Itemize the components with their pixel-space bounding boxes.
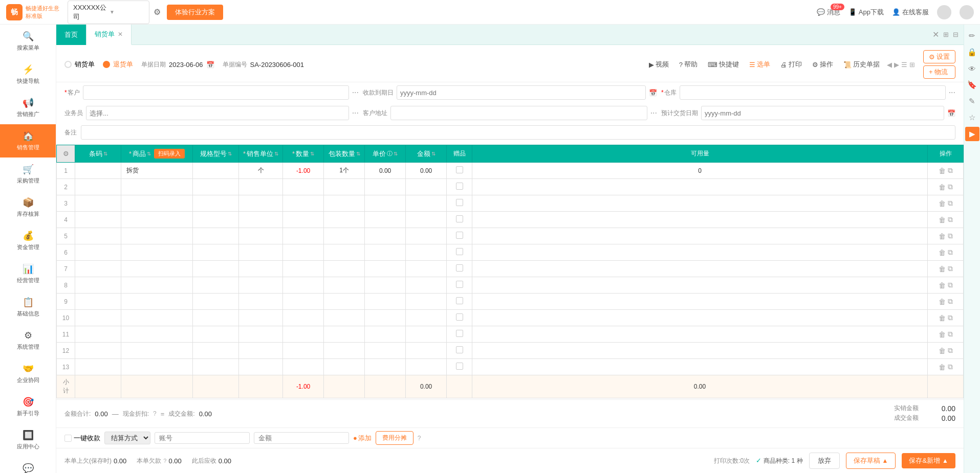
row-product[interactable] xyxy=(121,294,193,310)
row-price[interactable] xyxy=(365,326,406,343)
delete-row-icon[interactable]: 🗑 xyxy=(939,298,946,306)
rp-edit-icon[interactable]: ✏ xyxy=(965,29,979,43)
row-product[interactable] xyxy=(121,212,193,228)
row-barcode[interactable] xyxy=(75,228,121,244)
row-product[interactable] xyxy=(121,244,193,261)
row-price[interactable] xyxy=(365,179,406,195)
copy-row-icon[interactable]: ⧉ xyxy=(948,183,953,191)
copy-row-icon[interactable]: ⧉ xyxy=(948,166,953,175)
row-gift[interactable] xyxy=(447,294,472,310)
warehouse-dots-icon[interactable]: ··· xyxy=(949,88,955,97)
row-price[interactable] xyxy=(365,261,406,277)
qty-sort-icon[interactable]: ⇅ xyxy=(310,151,314,156)
radio-sale-circle[interactable] xyxy=(64,61,72,68)
row-price[interactable] xyxy=(365,359,406,375)
row-amount[interactable] xyxy=(406,244,447,261)
delete-row-icon[interactable]: 🗑 xyxy=(939,347,946,355)
row-pack-qty[interactable] xyxy=(324,195,365,212)
rp-lock-icon[interactable]: 🔒 xyxy=(965,45,979,59)
row-unit[interactable] xyxy=(239,195,283,212)
row-unit[interactable] xyxy=(239,179,283,195)
notes-input[interactable] xyxy=(81,125,955,140)
row-spec[interactable] xyxy=(193,228,239,244)
customer-addr-input[interactable] xyxy=(390,106,647,120)
row-pack-qty[interactable] xyxy=(324,228,365,244)
row-spec[interactable] xyxy=(193,343,239,359)
salesperson-input[interactable] xyxy=(86,106,349,120)
row-amount[interactable] xyxy=(406,359,447,375)
copy-row-icon[interactable]: ⧉ xyxy=(948,199,953,208)
row-unit[interactable] xyxy=(239,343,283,359)
row-barcode[interactable] xyxy=(75,163,121,179)
account-input[interactable] xyxy=(155,432,250,444)
row-price[interactable] xyxy=(365,343,406,359)
row-unit[interactable] xyxy=(239,261,283,277)
delete-row-icon[interactable]: 🗑 xyxy=(939,232,946,240)
row-gift[interactable] xyxy=(447,326,472,343)
salesperson-dots-icon[interactable]: ··· xyxy=(352,108,359,118)
row-product[interactable] xyxy=(121,310,193,326)
shortcut-btn[interactable]: ⌨ 快捷键 xyxy=(705,59,742,70)
sidebar-item-collab[interactable]: 🤝 企业协同 xyxy=(0,357,56,390)
sidebar-item-finance[interactable]: 💰 资金管理 xyxy=(0,224,56,257)
row-unit[interactable] xyxy=(239,359,283,375)
grid-view-icon[interactable]: ⊞ xyxy=(909,61,915,69)
date-value[interactable]: 2023-06-06 xyxy=(169,61,203,69)
tab-layout-icon[interactable]: ⊞ xyxy=(943,31,949,38)
delete-row-icon[interactable]: 🗑 xyxy=(939,216,946,224)
gift-checkbox[interactable] xyxy=(456,232,463,239)
row-price[interactable] xyxy=(365,195,406,212)
delete-row-icon[interactable]: 🗑 xyxy=(939,167,946,175)
row-pack-qty[interactable]: 1个 xyxy=(324,163,365,179)
copy-row-icon[interactable]: ⧉ xyxy=(948,313,953,322)
discard-button[interactable]: 放弃 xyxy=(809,453,840,469)
list-view-icon[interactable]: ☰ xyxy=(901,61,907,69)
gift-checkbox[interactable] xyxy=(456,281,463,288)
copy-row-icon[interactable]: ⧉ xyxy=(948,330,953,339)
tab-sales-order[interactable]: 销货单 ✕ xyxy=(86,25,132,45)
row-gift[interactable] xyxy=(447,163,472,179)
next-icon[interactable]: ▶ xyxy=(894,61,899,69)
gift-checkbox[interactable] xyxy=(456,313,463,321)
row-pack-qty[interactable] xyxy=(324,310,365,326)
row-price[interactable]: 0.00 xyxy=(365,163,406,179)
gift-checkbox[interactable] xyxy=(456,215,463,222)
row-qty[interactable] xyxy=(283,359,324,375)
amount-payment-input[interactable] xyxy=(254,432,349,444)
row-price[interactable] xyxy=(365,212,406,228)
row-unit[interactable] xyxy=(239,326,283,343)
copy-row-icon[interactable]: ⧉ xyxy=(948,248,953,257)
message-button[interactable]: 💬 消息 99+ xyxy=(817,8,840,17)
row-amount[interactable] xyxy=(406,228,447,244)
select-btn[interactable]: ☰ 选单 xyxy=(746,59,773,70)
row-spec[interactable] xyxy=(193,277,239,294)
row-product[interactable]: 拆货 xyxy=(121,163,193,179)
settings-right-btn[interactable]: ⚙ 设置 xyxy=(923,50,955,63)
scan-button[interactable]: 扫码录入 xyxy=(154,149,185,159)
sidebar-item-appcenter[interactable]: 🔲 应用中心 xyxy=(0,423,56,457)
expected-date-input[interactable] xyxy=(701,106,944,120)
gift-checkbox[interactable] xyxy=(456,346,463,353)
row-gift[interactable] xyxy=(447,359,472,375)
spec-sort-icon[interactable]: ⇅ xyxy=(228,151,232,156)
row-amount[interactable] xyxy=(406,212,447,228)
sidebar-item-marketing[interactable]: 📢 营销推广 xyxy=(0,91,56,124)
row-amount[interactable]: 0.00 xyxy=(406,163,447,179)
row-gift[interactable] xyxy=(447,277,472,294)
barcode-sort-icon[interactable]: ⇅ xyxy=(103,151,107,156)
trial-button[interactable]: 体验行业方案 xyxy=(167,5,223,20)
payment-date-input[interactable] xyxy=(397,85,646,100)
amount-sort-icon[interactable]: ⇅ xyxy=(431,151,435,156)
tab-close-all-icon[interactable]: ✕ xyxy=(932,30,939,39)
row-qty[interactable] xyxy=(283,294,324,310)
warehouse-input[interactable]: 建材仓 xyxy=(680,85,946,100)
row-spec[interactable] xyxy=(193,261,239,277)
rp-star-icon[interactable]: ☆ xyxy=(965,110,979,125)
save-new-button[interactable]: 保存&新增 ▲ xyxy=(902,453,955,468)
row-qty[interactable] xyxy=(283,343,324,359)
row-spec[interactable] xyxy=(193,212,239,228)
row-gift[interactable] xyxy=(447,195,472,212)
row-unit[interactable] xyxy=(239,244,283,261)
copy-row-icon[interactable]: ⧉ xyxy=(948,215,953,224)
row-unit[interactable] xyxy=(239,277,283,294)
